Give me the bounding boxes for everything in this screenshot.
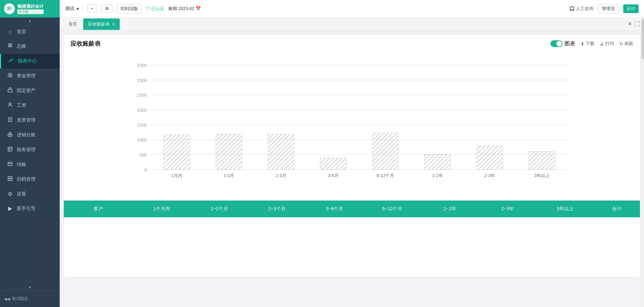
tab-aging[interactable]: 应收账龄表 ✕: [83, 18, 120, 30]
sidebar-item-inventory[interactable]: 进销台账: [0, 128, 60, 142]
content-area: 应收账龄表 图表 ⬇ 下载 🖨 打印: [60, 31, 644, 307]
svg-rect-15: [9, 132, 11, 134]
download-icon: ⬇: [581, 41, 584, 46]
cancel-fixed-btn[interactable]: ◀◀ 取消固定: [0, 293, 60, 304]
print-btn[interactable]: 🖨 打印: [600, 41, 614, 47]
tax-icon: [7, 146, 13, 153]
guide-icon: ▶: [7, 205, 13, 212]
sidebar-item-guide-label: 新手引导: [17, 206, 36, 212]
role-btn[interactable]: 会计: [623, 4, 639, 13]
headset-icon: 🎧: [569, 6, 575, 11]
th-total: 合计: [594, 201, 640, 217]
table-area: 客户 1个月内 1~2个月 2~3个月 3~6个月 6~12个月 1~2年 2~…: [64, 201, 640, 217]
sidebar-item-assets[interactable]: 固定资产: [0, 83, 60, 98]
calendar-icon[interactable]: 📅: [196, 6, 201, 11]
sidebar-item-settings[interactable]: ⚙ 设置: [0, 187, 60, 201]
svg-rect-14: [10, 134, 12, 136]
sidebar-item-funds-label: 资金管理: [17, 73, 36, 79]
switch-old-btn[interactable]: 切到旧版: [117, 4, 142, 13]
topbar-right: 🎧 人工咨询 管理员 会计: [569, 4, 639, 13]
svg-text:2500: 2500: [137, 63, 147, 68]
tab-aging-close[interactable]: ✕: [112, 22, 115, 27]
tab-home[interactable]: 首页: [64, 18, 82, 30]
scrollbar-thumb[interactable]: [641, 19, 644, 59]
project-dropdown-icon[interactable]: ▾: [76, 6, 79, 11]
svg-text:2-3月: 2-3月: [276, 173, 286, 178]
svg-rect-22: [8, 177, 12, 178]
settings-btn[interactable]: ⚙: [101, 4, 113, 13]
sidebar-scroll-down[interactable]: ▼: [0, 284, 60, 290]
logo-text: 畅捷通好会计 专业版: [17, 3, 44, 14]
svg-text:2000: 2000: [137, 108, 147, 113]
th-2-3year: 2~3年: [479, 201, 536, 217]
toggle-thumb: [556, 41, 562, 46]
expand-icon[interactable]: ⛶: [635, 21, 640, 27]
th-6-12month: 6~12个月: [363, 201, 421, 217]
svg-text:2-3年: 2-3年: [484, 173, 495, 178]
sidebar-item-home-label: 首页: [17, 29, 26, 35]
archive-icon: [7, 176, 13, 183]
sidebar-item-invoice-label: 发票管理: [17, 117, 36, 123]
th-1-2month: 1~2个月: [191, 201, 248, 217]
sidebar-item-archive[interactable]: 归档管理: [0, 172, 60, 187]
svg-rect-19: [8, 162, 12, 166]
close-period-icon: [7, 161, 13, 168]
page-header: 应收账龄表 图表 ⬇ 下载 🖨 打印: [64, 35, 640, 53]
assets-icon: [7, 87, 13, 94]
svg-point-3: [9, 61, 9, 62]
svg-rect-16: [8, 147, 12, 151]
tabbar-right: ✕ ⛶: [628, 21, 640, 27]
svg-rect-8: [8, 89, 12, 92]
sidebar-item-tax[interactable]: 税务管理: [0, 142, 60, 157]
sidebar: 好 畅捷通好会计 专业版 ▲ ⌂ 首页 总账 报表中心 资: [0, 0, 60, 307]
sidebar-item-ledger[interactable]: 总账: [0, 39, 60, 54]
sidebar-item-close-label: 结账: [17, 162, 26, 168]
svg-point-5: [11, 60, 12, 61]
bar-1-2year: [425, 154, 451, 170]
sidebar-item-reports[interactable]: 报表中心: [0, 54, 60, 69]
bar-2-3month: [268, 134, 294, 170]
sidebar-item-invoice[interactable]: 发票管理: [0, 113, 60, 128]
sidebar-item-assets-label: 固定资产: [17, 88, 36, 94]
period-info: 账期 2023-02 📅: [168, 6, 201, 12]
invoice-icon: [7, 117, 13, 124]
refresh-icon: ↻: [620, 41, 623, 46]
th-3-6month: 3~6个月: [306, 201, 364, 217]
shield-icon: 🛡: [146, 6, 150, 11]
refresh-btn[interactable]: ↻ 刷新: [620, 41, 633, 47]
toggle-track[interactable]: [550, 40, 562, 47]
manager-btn[interactable]: 管理员: [598, 4, 619, 13]
download-btn[interactable]: ⬇ 下载: [581, 41, 594, 47]
svg-rect-10: [8, 118, 12, 122]
svg-text:2500: 2500: [137, 93, 147, 98]
close-window-icon[interactable]: ✕: [628, 21, 632, 27]
bar-6-12month: [372, 133, 398, 170]
consult-btn[interactable]: 🎧 人工咨询: [569, 6, 593, 12]
sidebar-item-guide[interactable]: ▶ 新手引导: [0, 201, 60, 216]
svg-point-6: [12, 58, 13, 59]
sidebar-item-salary[interactable]: 工资: [0, 98, 60, 113]
pin-icon: ◀◀: [4, 297, 10, 301]
th-customer: 客户: [64, 201, 133, 217]
sidebar-item-funds[interactable]: 资金管理: [0, 69, 60, 83]
topbar-divider-1: [83, 5, 83, 12]
sidebar-item-reports-label: 报表中心: [18, 58, 37, 64]
sidebar-item-home[interactable]: ⌂ 首页: [0, 25, 60, 39]
svg-text:3-6月: 3-6月: [328, 173, 338, 178]
sidebar-item-close[interactable]: 结账: [0, 157, 60, 172]
svg-text:0: 0: [144, 167, 147, 172]
sidebar-item-inventory-label: 进销台账: [17, 132, 36, 138]
svg-text:1000: 1000: [137, 137, 147, 142]
page-actions: 图表 ⬇ 下载 🖨 打印 ↻ 刷新: [550, 40, 633, 47]
sidebar-logo: 好 畅捷通好会计 专业版: [0, 0, 60, 17]
table-header: 客户 1个月内 1~2个月 2~3个月 3~6个月 6~12个月 1~2年 2~…: [64, 201, 640, 217]
sidebar-scroll-up[interactable]: ▲: [0, 17, 60, 24]
add-btn[interactable]: +: [87, 4, 97, 13]
chart-toggle[interactable]: 图表: [550, 40, 575, 47]
ledger-icon: [7, 43, 13, 50]
bar-3year-plus: [529, 151, 555, 169]
svg-text:500: 500: [140, 152, 147, 158]
bar-3-6month: [320, 158, 346, 169]
th-3year-plus: 3年以上: [536, 201, 594, 217]
main-area: 测试 ▾ + ⚙ 切到旧版 🛡 已认证 账期 2023-02 📅 🎧 人工咨询 …: [60, 0, 644, 307]
